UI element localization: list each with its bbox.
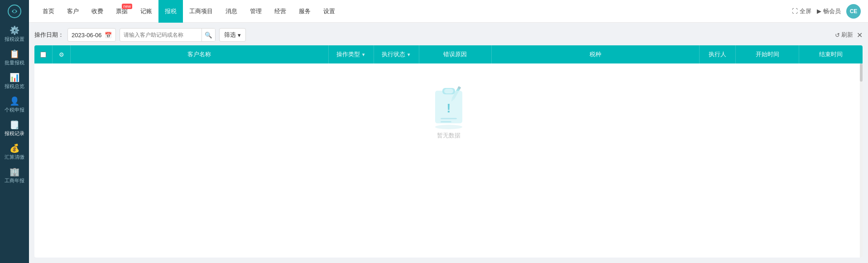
svg-point-1 bbox=[13, 10, 16, 13]
tax-overview-icon: 📊 bbox=[10, 73, 19, 82]
select-all-checkbox[interactable] bbox=[40, 52, 46, 58]
avatar[interactable]: CE bbox=[846, 4, 861, 19]
refresh-icon: ↺ bbox=[835, 32, 840, 39]
date-label: 操作日期： bbox=[34, 31, 64, 39]
th-start-time: 开始时间 bbox=[736, 45, 799, 63]
sidebar-item-label: 报税总览 bbox=[5, 83, 24, 90]
personal-tax-icon: 👤 bbox=[10, 97, 19, 105]
sidebar-item-label: 工商年报 bbox=[5, 177, 24, 184]
nav-home[interactable]: 首页 bbox=[36, 0, 61, 23]
annual-report-icon: 🏢 bbox=[10, 168, 19, 176]
search-button[interactable]: 🔍 bbox=[201, 28, 215, 42]
member-icon: ▶ bbox=[817, 8, 821, 15]
toolbar: 操作日期： 2023-06-06 📅 🔍 筛选 ▾ ↺ 刷新 ✕ bbox=[34, 28, 863, 42]
svg-rect-7 bbox=[444, 89, 453, 93]
member-btn[interactable]: ▶ 畅会员 bbox=[817, 7, 841, 15]
svg-text:!: ! bbox=[446, 101, 451, 115]
th-executor: 执行人 bbox=[700, 45, 736, 63]
table-scroll: ! 暂无数据 bbox=[34, 63, 863, 258]
table-container: ⚙ 客户名称 操作类型 ▼ 执行状态 ▼ 错误原因 税种 bbox=[34, 45, 863, 258]
topnav-right: ⛶ 全屏 ▶ 畅会员 CE bbox=[792, 4, 861, 19]
sidebar-item-label: 报税记录 bbox=[5, 130, 24, 137]
nav-tax[interactable]: 报税 bbox=[158, 0, 183, 23]
sidebar-item-label: 汇算清缴 bbox=[5, 154, 24, 161]
nav-business[interactable]: 工商项目 bbox=[183, 0, 219, 23]
sidebar-item-personal-tax[interactable]: 👤 个税申报 bbox=[0, 93, 29, 117]
batch-tax-icon: 📋 bbox=[10, 50, 19, 58]
sidebar-item-settlement[interactable]: 💰 汇算清缴 bbox=[0, 141, 29, 164]
tax-record-icon: 🗒️ bbox=[10, 121, 19, 129]
sidebar-item-annual-report[interactable]: 🏢 工商年报 bbox=[0, 164, 29, 188]
table-header: ⚙ 客户名称 操作类型 ▼ 执行状态 ▼ 错误原因 税种 bbox=[34, 45, 863, 63]
nav-operation[interactable]: 经营 bbox=[268, 0, 293, 23]
sidebar-item-label: 报税设置 bbox=[5, 36, 24, 43]
sidebar-item-tax-record[interactable]: 🗒️ 报税记录 bbox=[0, 117, 29, 141]
date-value: 2023-06-06 bbox=[72, 32, 102, 39]
sidebar-item-label: 个税申报 bbox=[5, 107, 24, 113]
calendar-icon: 📅 bbox=[105, 32, 112, 39]
search-input[interactable] bbox=[120, 32, 201, 38]
svg-point-11 bbox=[435, 125, 462, 129]
nav-settings[interactable]: 设置 bbox=[317, 0, 341, 23]
th-tax: 税种 bbox=[492, 45, 700, 63]
settlement-icon: 💰 bbox=[10, 144, 19, 152]
scrollbar-thumb[interactable] bbox=[860, 63, 863, 82]
sort-icon-status: ▼ bbox=[407, 52, 411, 57]
sidebar-logo bbox=[0, 0, 29, 23]
fullscreen-icon: ⛶ bbox=[792, 8, 798, 15]
th-customer-name: 客户名称 bbox=[71, 45, 329, 63]
th-error: 错误原因 bbox=[419, 45, 492, 63]
nav-accounts[interactable]: 记账 bbox=[134, 0, 158, 23]
filter-button[interactable]: 筛选 ▾ bbox=[219, 28, 246, 42]
empty-illustration: ! bbox=[426, 82, 471, 132]
empty-state: ! 暂无数据 bbox=[34, 63, 863, 158]
th-checkbox[interactable] bbox=[34, 45, 53, 63]
sort-icon-op-type: ▼ bbox=[361, 52, 366, 57]
svg-rect-10 bbox=[441, 121, 451, 122]
new-badge: new bbox=[122, 4, 132, 10]
nav-customer[interactable]: 客户 bbox=[61, 0, 85, 23]
sidebar-item-tax-settings[interactable]: ⚙️ 报税设置 bbox=[0, 23, 29, 46]
th-op-type[interactable]: 操作类型 ▼ bbox=[329, 45, 374, 63]
main-area: 首页 客户 收费 票据 new 记账 报税 工商项目 消息 管理 经营 服务 设… bbox=[29, 0, 868, 263]
sidebar-item-batch-tax[interactable]: 📋 批量报税 bbox=[0, 46, 29, 70]
th-status[interactable]: 执行状态 ▼ bbox=[374, 45, 419, 63]
scrollbar-track[interactable] bbox=[860, 63, 863, 258]
nav-manage[interactable]: 管理 bbox=[244, 0, 268, 23]
empty-text: 暂无数据 bbox=[437, 132, 460, 140]
toolbar-right: ↺ 刷新 ✕ bbox=[835, 31, 863, 39]
fullscreen-btn[interactable]: ⛶ 全屏 bbox=[792, 7, 811, 15]
sidebar-item-label: 批量报税 bbox=[5, 59, 24, 66]
refresh-button[interactable]: ↺ 刷新 bbox=[835, 31, 853, 39]
chevron-down-icon: ▾ bbox=[238, 32, 241, 39]
date-picker[interactable]: 2023-06-06 📅 bbox=[67, 28, 116, 42]
tax-settings-icon: ⚙️ bbox=[10, 26, 19, 34]
sidebar-item-tax-overview[interactable]: 📊 报税总览 bbox=[0, 70, 29, 93]
th-end-time: 结束时间 bbox=[799, 45, 863, 63]
nav-services[interactable]: 服务 bbox=[293, 0, 317, 23]
topnav: 首页 客户 收费 票据 new 记账 报税 工商项目 消息 管理 经营 服务 设… bbox=[29, 0, 868, 23]
logo-icon bbox=[7, 4, 22, 19]
nav-messages[interactable]: 消息 bbox=[219, 0, 244, 23]
nav-invoice[interactable]: 票据 new bbox=[110, 0, 134, 23]
filter-label: 筛选 bbox=[224, 31, 236, 39]
svg-rect-9 bbox=[441, 118, 457, 119]
nav-billing[interactable]: 收费 bbox=[85, 0, 110, 23]
th-gear[interactable]: ⚙ bbox=[53, 45, 71, 63]
content: 操作日期： 2023-06-06 📅 🔍 筛选 ▾ ↺ 刷新 ✕ bbox=[29, 23, 868, 263]
sidebar: ⚙️ 报税设置 📋 批量报税 📊 报税总览 👤 个税申报 🗒️ 报税记录 💰 汇… bbox=[0, 0, 29, 263]
close-button[interactable]: ✕ bbox=[857, 31, 863, 39]
search-wrap: 🔍 bbox=[120, 28, 216, 42]
gear-icon: ⚙ bbox=[59, 51, 64, 58]
search-icon: 🔍 bbox=[205, 32, 212, 39]
